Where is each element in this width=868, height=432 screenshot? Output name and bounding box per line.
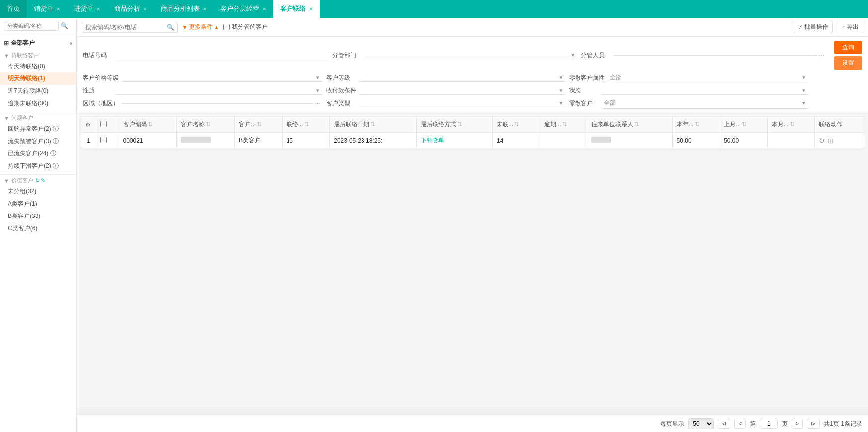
per-page-select[interactable]: 50 100 200: [688, 418, 714, 429]
col-name[interactable]: 客户名称⇅: [177, 117, 235, 133]
query-button[interactable]: 查询: [834, 41, 862, 54]
row-last-contact-type[interactable]: 下销货单: [416, 133, 492, 148]
sort-curmonth-icon[interactable]: ⇅: [790, 121, 795, 128]
sort-name-icon[interactable]: ⇅: [206, 121, 211, 128]
sidebar-item-repurchase-abnormal[interactable]: 回购异常客户(2) ⓘ: [0, 123, 76, 135]
table-row: 1 000021 B类客户 15 2023-05-23 18:25: 下销货单 …: [81, 133, 864, 148]
col-last-contact-type[interactable]: 最后联络方式⇅: [416, 117, 492, 133]
col-contact-count[interactable]: 联络...⇅: [282, 117, 330, 133]
filter-payment-select[interactable]: ▼: [359, 87, 566, 95]
sort-date-icon[interactable]: ⇅: [370, 121, 375, 128]
filter-phone: 电话号码: [83, 51, 328, 60]
sidebar-item-ungroup[interactable]: 未分组(32): [0, 185, 76, 198]
sort-lastmonth-icon[interactable]: ⇅: [742, 121, 747, 128]
nav-product-analysis[interactable]: 商品分析 ✕: [107, 0, 154, 18]
toolbar-search-input[interactable]: [85, 24, 165, 31]
filter-zero-attr: 零散客户属性 全部 ▼: [569, 72, 808, 83]
sort-uncontacted-icon[interactable]: ⇅: [514, 121, 519, 128]
sidebar-group-pending: ▼ 待联络客户: [0, 50, 76, 60]
sort-overdue-icon[interactable]: ⇅: [562, 121, 567, 128]
collapse-icon[interactable]: «: [69, 40, 72, 47]
col-overdue[interactable]: 逾期...⇅: [540, 117, 587, 133]
row-select-checkbox[interactable]: [100, 137, 107, 143]
batch-operation-button[interactable]: ✓ 批量操作: [794, 21, 833, 33]
filter-status: 状态 ▼: [569, 86, 808, 95]
sidebar-item-today[interactable]: 今天待联络(0): [0, 60, 76, 72]
col-gear[interactable]: ⚙: [81, 117, 96, 133]
refresh-value-icon[interactable]: ↻: [35, 177, 40, 184]
first-page-button[interactable]: ⊲: [718, 419, 730, 429]
nav-product-analysis-list[interactable]: 商品分析列表 ✕: [154, 0, 214, 18]
filter-zero-attr-select[interactable]: 全部 ▼: [608, 72, 808, 83]
table-header-row: ⚙ 客户编码⇅ 客户名称⇅ 客户...⇅ 联络...⇅ 最后联络日期⇅ 最后联络…: [81, 117, 864, 133]
export-button[interactable]: ↑ 导出: [838, 21, 863, 33]
last-page-button[interactable]: ⊳: [807, 419, 820, 429]
col-current-month[interactable]: 本月...⇅: [767, 117, 815, 133]
close-product-analysis-icon[interactable]: ✕: [143, 6, 147, 12]
sort-code-icon[interactable]: ⇅: [148, 121, 153, 128]
sidebar-item-declining[interactable]: 持续下滑客户(2) ⓘ: [0, 160, 76, 172]
nav-purchase[interactable]: 进货单 ✕: [67, 0, 107, 18]
sidebar-item-tomorrow[interactable]: 明天待联络(1): [0, 72, 76, 85]
filter-customer-type-select[interactable]: ▼: [359, 99, 566, 107]
close-customer-tier-icon[interactable]: ✕: [262, 6, 266, 12]
col-type[interactable]: 客户...⇅: [235, 117, 283, 133]
sidebar-item-loss-warning[interactable]: 流失预警客户(3) ⓘ: [0, 135, 76, 147]
all-customers-header[interactable]: ⊞ 全部客户 «: [0, 36, 76, 50]
sort-year-icon[interactable]: ⇅: [695, 121, 700, 128]
filter-price-level-select[interactable]: ▼: [122, 74, 322, 82]
col-company-contact[interactable]: 往来单位联系人⇅: [587, 117, 672, 133]
col-action: 联络动作: [815, 117, 864, 133]
filter-dept-select[interactable]: ▼: [365, 51, 578, 59]
sidebar-search-icon[interactable]: 🔍: [61, 22, 68, 29]
col-last-contact-date[interactable]: 最后联络日期⇅: [330, 117, 417, 133]
my-customers-filter[interactable]: 我分管的客户: [223, 23, 268, 31]
row-grid-icon[interactable]: ⊞: [828, 137, 834, 144]
horizontal-scrollbar[interactable]: [77, 409, 868, 415]
filter-status-select[interactable]: ▼: [602, 87, 808, 95]
nav-sales[interactable]: 销货单 ✕: [27, 0, 67, 18]
select-all-checkbox[interactable]: [100, 121, 107, 127]
row-checkbox[interactable]: [96, 133, 119, 148]
toolbar-search-button[interactable]: 🔍: [167, 24, 174, 31]
export-icon: ↑: [842, 24, 845, 31]
more-filters-button[interactable]: ▼ 更多条件 ▲: [182, 23, 219, 31]
next-page-button[interactable]: >: [792, 419, 803, 429]
sidebar-item-overdue[interactable]: 逾期未联络(30): [0, 97, 76, 110]
sort-last-type-icon[interactable]: ⇅: [457, 121, 462, 128]
filter-zero-customer-select[interactable]: 全部 ▼: [602, 98, 808, 109]
my-customers-checkbox[interactable]: [223, 24, 230, 30]
sort-contact-icon[interactable]: ⇅: [304, 121, 309, 128]
close-purchase-icon[interactable]: ✕: [96, 6, 100, 12]
close-customer-contact-icon[interactable]: ✕: [309, 6, 313, 12]
close-product-list-icon[interactable]: ✕: [203, 6, 207, 12]
prev-page-button[interactable]: <: [734, 419, 746, 429]
row-action: ↻ ⊞: [815, 133, 864, 148]
filter-customer-level-select[interactable]: ▼: [359, 74, 566, 82]
sort-type-icon[interactable]: ⇅: [257, 121, 262, 128]
sidebar-item-7days[interactable]: 近7天待联络(0): [0, 85, 76, 97]
row-refresh-icon[interactable]: ↻: [819, 137, 825, 144]
col-last-month[interactable]: 上月...⇅: [720, 117, 768, 133]
close-sales-icon[interactable]: ✕: [56, 6, 60, 12]
page-input[interactable]: 1: [760, 419, 778, 429]
sidebar-item-lost[interactable]: 已流失客户(24) ⓘ: [0, 147, 76, 160]
filter-region-dots[interactable]: ···: [313, 100, 322, 107]
nav-customer-tier[interactable]: 客户分层经营 ✕: [214, 0, 273, 18]
col-checkbox[interactable]: [96, 117, 119, 133]
col-code[interactable]: 客户编码⇅: [119, 117, 177, 133]
sidebar-search-input[interactable]: [4, 21, 59, 31]
sidebar-item-c-class[interactable]: C类客户(6): [0, 222, 76, 235]
sort-company-icon[interactable]: ⇅: [634, 121, 639, 128]
nav-home[interactable]: 首页: [0, 0, 27, 18]
edit-value-icon[interactable]: ✎: [41, 177, 45, 184]
sidebar-item-a-class[interactable]: A类客户(1): [0, 198, 76, 210]
filter-nature-select[interactable]: ▼: [116, 87, 322, 95]
filter-person-dots[interactable]: ···: [817, 52, 826, 59]
col-current-year[interactable]: 本年...⇅: [672, 117, 720, 133]
filter-phone-input[interactable]: [116, 51, 328, 60]
sidebar-item-b-class[interactable]: B类客户(33): [0, 210, 76, 222]
set-button[interactable]: 设置: [834, 56, 862, 70]
col-uncontacted[interactable]: 未联...⇅: [493, 117, 540, 133]
nav-customer-contact[interactable]: 客户联络 ✕: [273, 0, 320, 18]
